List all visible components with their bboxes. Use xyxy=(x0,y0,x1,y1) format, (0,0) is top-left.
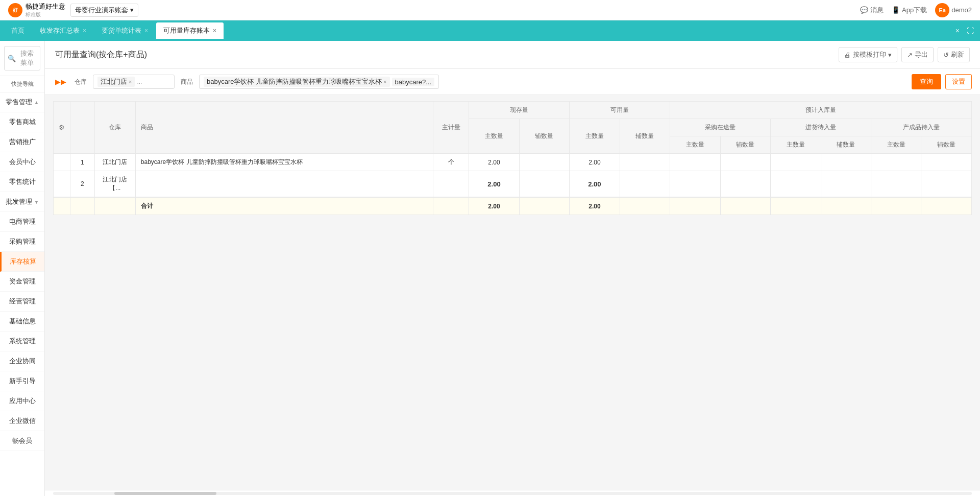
sidebar-item-basic-info[interactable]: 基础信息 xyxy=(0,312,44,332)
filter-bar: ▶▶ 仓库 江北门店 × ... 商品 babycare学饮杯 儿童防摔防撞吸管… xyxy=(45,69,980,95)
sidebar-item-vip-member[interactable]: 畅会员 xyxy=(0,431,44,451)
td-footer-incoming-aux xyxy=(821,197,871,215)
product-filter-input[interactable]: babycare学饮杯 儿童防摔防撞吸管杯重力球吸嘴杯宝宝水杯 × babyca… xyxy=(199,75,439,89)
td-footer-settings xyxy=(54,197,70,215)
industry-selector[interactable]: 母婴行业演示账套 ▾ xyxy=(70,4,138,17)
page-title: 可用量查询(按仓库+商品) xyxy=(55,50,147,60)
sidebar-item-app-center[interactable]: 应用中心 xyxy=(0,391,44,411)
sidebar-item-retail-mgmt[interactable]: 零售管理 ▲ xyxy=(0,92,44,112)
table-scroll-bar[interactable] xyxy=(45,490,980,496)
product-filter-label: 商品 xyxy=(181,78,193,86)
warehouse-filter-input[interactable]: 江北门店 × ... xyxy=(93,75,175,89)
td-product-aux-1 xyxy=(921,154,972,171)
print-template-btn[interactable]: 🖨 按模板打印 ▾ xyxy=(839,47,897,62)
sidebar-item-inventory-mgmt[interactable]: 库存核算 xyxy=(0,252,44,272)
tab-home[interactable]: 首页 xyxy=(4,22,32,39)
td-incoming-main-2 xyxy=(771,171,821,198)
th-purchase-in-transit: 采购在途量 xyxy=(670,119,771,136)
td-settings-2[interactable] xyxy=(54,171,70,198)
warehouse-tag-1: 江北门店 × xyxy=(97,77,135,87)
export-btn[interactable]: ↗ 导出 xyxy=(901,47,934,62)
td-unit-2 xyxy=(433,171,469,198)
logo-icon: 好 xyxy=(8,3,22,17)
search-menu-btn[interactable]: 🔍 搜索菜单 xyxy=(4,46,40,70)
td-footer-avail-aux xyxy=(620,197,670,215)
sidebar: 🔍 搜索菜单 快捷导航 零售管理 ▲ 零售商城 营销推广 会员中心 零售统计 批… xyxy=(0,41,45,496)
message-btn[interactable]: 💬 消息 xyxy=(860,6,884,15)
sidebar-item-retail-stat[interactable]: 零售统计 xyxy=(0,172,44,192)
tabnav-fullscreen-icon[interactable]: ⛶ xyxy=(965,25,976,37)
refresh-btn[interactable]: ↺ 刷新 xyxy=(938,47,970,62)
query-btn[interactable]: 查询 xyxy=(912,74,941,89)
th-planned-inbound: 预计入库量 xyxy=(670,102,972,119)
td-product-aux-2 xyxy=(921,171,972,198)
td-footer-unit xyxy=(433,197,469,215)
sidebar-item-biz-mgmt[interactable]: 经营管理 xyxy=(0,292,44,312)
td-footer-purchase-aux xyxy=(720,197,770,215)
sidebar-item-new-guide[interactable]: 新手引导 xyxy=(0,371,44,391)
tab-order-stat[interactable]: 要货单统计表 × xyxy=(94,22,155,39)
settings-btn[interactable]: 设置 xyxy=(945,74,972,89)
settings-gear-icon[interactable]: ⚙ xyxy=(59,124,65,131)
td-incoming-aux-2 xyxy=(821,171,871,198)
topbar: 好 畅捷通好生意 标准版 母婴行业演示账套 ▾ 💬 消息 📱 App下载 Ea … xyxy=(0,0,980,20)
th-purchase-main: 主数量 xyxy=(670,136,720,154)
tab-recv-pay-close[interactable]: × xyxy=(83,27,86,34)
sidebar-item-marketing[interactable]: 营销推广 xyxy=(0,132,44,152)
td-product-main-2 xyxy=(871,171,921,198)
tab-recv-pay[interactable]: 收发存汇总表 × xyxy=(33,22,93,39)
td-purchase-main-2 xyxy=(670,171,720,198)
sidebar-nav-btn[interactable]: 快捷导航 xyxy=(0,76,44,92)
sidebar-item-ecom-mgmt[interactable]: 电商管理 xyxy=(0,212,44,232)
table-row: 2 江北门店【... 2.00 2.00 xyxy=(54,171,972,198)
sidebar-item-corp-wechat[interactable]: 企业微信 xyxy=(0,411,44,431)
th-main-unit: 主计量 xyxy=(433,102,469,154)
th-settings[interactable]: ⚙ xyxy=(54,102,70,154)
sidebar-item-corp-collab[interactable]: 企业协同 xyxy=(0,351,44,371)
refresh-icon: ↺ xyxy=(943,51,949,59)
app-download-btn[interactable]: 📱 App下载 xyxy=(892,6,927,15)
td-footer-purchase-main xyxy=(670,197,720,215)
export-icon: ↗ xyxy=(907,51,913,59)
tab-available-stock-close[interactable]: × xyxy=(213,27,216,34)
product-tag-1: babycare学饮杯 儿童防摔防撞吸管杯重力球吸嘴杯宝宝水杯 × xyxy=(204,77,390,87)
scroll-thumb[interactable] xyxy=(114,492,216,495)
sidebar-item-finance-mgmt[interactable]: 资金管理 xyxy=(0,272,44,292)
scroll-track[interactable] xyxy=(53,492,972,495)
td-warehouse-2: 江北门店【... xyxy=(94,171,135,198)
topbar-right: 💬 消息 📱 App下载 Ea demo2 xyxy=(860,3,972,17)
sidebar-item-wholesale-mgmt[interactable]: 批发管理 ▼ xyxy=(0,192,44,212)
th-incoming-main: 主数量 xyxy=(771,136,821,154)
industry-label: 母婴行业演示账套 xyxy=(75,6,128,15)
tabnav-close-icon[interactable]: × xyxy=(953,25,962,37)
td-footer-product-main xyxy=(871,197,921,215)
tabnav-actions: × ⛶ xyxy=(953,25,976,37)
sidebar-item-retail-mall[interactable]: 零售商城 xyxy=(0,112,44,132)
sidebar-item-purchase-mgmt[interactable]: 采购管理 xyxy=(0,232,44,252)
td-avail-main-2: 2.00 xyxy=(570,171,620,198)
tab-order-stat-close[interactable]: × xyxy=(144,27,148,34)
filter-expand-btn[interactable]: ▶▶ xyxy=(53,76,68,88)
td-settings-1[interactable] xyxy=(54,154,70,171)
user-area[interactable]: Ea demo2 xyxy=(935,3,972,17)
th-current-stock: 现存量 xyxy=(469,102,570,119)
table-footer-row: 合计 2.00 2.00 xyxy=(54,197,972,215)
data-table: ⚙ 仓库 商品 主计量 现存量 可用量 预计入库量 主数量 辅数量 主数量 xyxy=(53,101,972,215)
filter-actions: 查询 设置 xyxy=(912,74,972,89)
warehouse-tag-remove[interactable]: × xyxy=(129,79,132,85)
sidebar-item-member[interactable]: 会员中心 xyxy=(0,152,44,172)
tab-nav: 首页 收发存汇总表 × 要货单统计表 × 可用量库存账本 × × ⛶ xyxy=(0,20,980,41)
td-current-aux-2 xyxy=(519,171,569,198)
td-avail-aux-2 xyxy=(620,171,670,198)
th-available: 可用量 xyxy=(570,102,670,119)
warehouse-more-dots[interactable]: ... xyxy=(137,78,142,85)
th-product-aux: 辅数量 xyxy=(921,136,972,154)
th-row-num xyxy=(70,102,95,154)
product-tag-1-remove[interactable]: × xyxy=(383,79,386,85)
td-current-aux-1 xyxy=(519,154,569,171)
tab-available-stock[interactable]: 可用量库存账本 × xyxy=(156,22,224,39)
th-product-pending: 产成品待入量 xyxy=(871,119,972,136)
td-footer-current-aux xyxy=(519,197,569,215)
sidebar-item-sys-mgmt[interactable]: 系统管理 xyxy=(0,332,44,351)
table-row: 1 江北门店 babycare学饮杯 儿童防摔防撞吸管杯重力球吸嘴杯宝宝水杯 个… xyxy=(54,154,972,171)
